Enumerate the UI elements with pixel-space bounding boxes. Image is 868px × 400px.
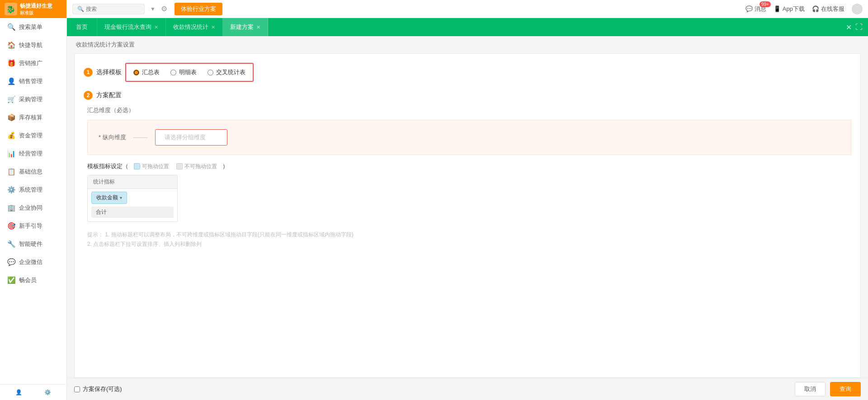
tab-actions: ✕ ⛶ [840,23,868,32]
search-icon: 🔍 [77,6,84,12]
tab-label-new-plan: 新建方案 [230,23,254,31]
user-avatar[interactable] [852,4,863,14]
template-label-summary: 汇总表 [142,68,160,76]
sidebar-item-finance[interactable]: 💰资金管理 [0,127,66,145]
template-label-detail: 明细表 [179,68,197,76]
draggable-label: 可拖动位置 [142,163,169,170]
topbar-gear-icon[interactable]: ⚙ [161,5,167,13]
step1-title: 选择模板 [96,68,122,76]
topbar: 🔍 ▼ ⚙ 体验行业方案 💬 消息 99+ 📱 App下载 🎧 在线客服 [67,0,868,18]
system-icon: ⚙️ [7,186,15,194]
app-download-link[interactable]: 📱 App下载 [774,5,805,13]
main-card: 1 选择模板 汇总表 明细表 交叉统计表 [74,53,861,378]
tab-close-new-plan[interactable]: ✕ [256,24,260,30]
message-icon: 💬 [745,5,753,12]
tab-receipt-stats[interactable]: 收款情况统计 ✕ [166,18,223,36]
template-option-detail[interactable]: 明细表 [170,68,197,76]
tab-close-receipt-stats[interactable]: ✕ [211,24,215,30]
sidebar-item-base-info[interactable]: 📋基础信息 [0,163,66,181]
sidebar-item-guide[interactable]: 🎯新手引导 [0,217,66,235]
search-menu-icon: 🔍 [7,23,15,31]
template-option-crosstab[interactable]: 交叉统计表 [208,68,245,76]
topbar-dropdown-icon[interactable]: ▼ [150,6,156,12]
inventory-icon: 📦 [7,113,15,122]
sidebar-label-system: 系统管理 [19,186,42,194]
notifications-badge[interactable]: 💬 消息 99+ [745,5,766,13]
sidebar-settings-icon[interactable]: ⚙️ [33,389,62,395]
sidebar-label-enterprise: 企业协同 [19,204,42,212]
hint-1: 提示： 1. 拖动标题栏可以调整布局，不可跨维度或指标区域拖动目字段(只能在同一… [87,231,851,239]
finance-icon: 💰 [7,132,15,140]
template-option-summary[interactable]: 汇总表 [133,68,160,76]
page-content: 收款情况统计方案设置 1 选择模板 汇总表 明细表 [67,36,868,400]
sidebar-item-smart-hw[interactable]: 🔧智能硬件 [0,235,66,253]
query-button[interactable]: 查询 [830,382,861,396]
quick-nav-icon: 🏠 [7,41,15,49]
dimension-row: * 纵向维度 —— 请选择分组维度 [99,129,840,146]
tab-label-receipt-stats: 收款情况统计 [173,23,208,31]
online-service-label: 在线客服 [821,5,844,13]
step2-section: 2 方案配置 汇总维度（必选） * 纵向维度 —— 请选择分组维度 [84,91,851,248]
tab-close-cash-flow[interactable]: ✕ [154,24,158,30]
indicator-tag-amount[interactable]: 收款金额 ▾ [91,192,127,204]
purchase-icon: 🛒 [7,95,15,104]
save-option-label[interactable]: 方案保存(可选) [74,385,122,393]
dimension-section-label: 汇总维度（必选） [87,106,851,114]
sidebar-item-quick-nav[interactable]: 🏠快捷导航 [0,36,66,54]
notifications-count: 99+ [760,1,771,7]
sidebar-item-operations[interactable]: 📊经营管理 [0,145,66,163]
maximize-icon[interactable]: ⛶ [855,23,863,31]
cancel-button[interactable]: 取消 [795,382,826,396]
sidebar-item-enterprise[interactable]: 🏢企业协同 [0,199,66,217]
topbar-search-box[interactable]: 🔍 [72,4,145,14]
indicator-settings-label: 模板指标设定（ [87,162,128,170]
tab-home[interactable]: 首页 [67,18,97,36]
close-window-icon[interactable]: ✕ [846,23,852,32]
sidebar-label-weixin: 企业微信 [19,258,42,266]
logo-icon: 🐉 [5,3,17,15]
sidebar-label-base-info: 基础信息 [19,168,42,176]
marketing-icon: 🎁 [7,59,15,67]
template-radio-detail[interactable] [170,70,176,75]
weixin-icon: 💬 [7,258,15,266]
app-icon: 📱 [774,5,781,12]
sidebar-item-sales[interactable]: 👤销售管理 [0,72,66,90]
indicator-settings: 模板指标设定（ 可拖动位置 不可拖动位置 [87,162,851,222]
sidebar-label-smart-hw: 智能硬件 [19,240,42,248]
sidebar-label-search-menu: 搜索菜单 [19,23,42,31]
tab-new-plan[interactable]: 新建方案 ✕ [223,18,268,36]
breadcrumb: 收款情况统计方案设置 [67,36,868,53]
sidebar-user-icon[interactable]: 👤 [5,389,33,395]
indicator-tag-label: 收款金额 [96,194,118,202]
draggable-legend: 可拖动位置 [134,163,169,170]
sidebar-item-marketing[interactable]: 🎁营销推广 [0,54,66,72]
indicator-subtag-total: 合计 [91,207,174,218]
vertical-dimension-label: * 纵向维度 [99,133,126,141]
indicator-area: 统计指标 收款金额 ▾ 合计 [87,175,178,222]
sidebar-item-member[interactable]: ✅畅会员 [0,271,66,289]
template-radio-crosstab[interactable] [208,70,213,75]
dimension-select[interactable]: 请选择分组维度 [155,129,227,146]
sidebar-item-weixin[interactable]: 💬企业微信 [0,253,66,271]
sidebar-logo: 🐉 畅捷通好生意 标准版 [0,0,66,18]
save-checkbox[interactable] [74,386,80,392]
sidebar-label-inventory: 库存核算 [19,113,42,122]
base-info-icon: 📋 [7,168,15,176]
sidebar-item-purchase[interactable]: 🛒采购管理 [0,90,66,108]
sidebar-label-marketing: 营销推广 [19,59,42,67]
online-service-link[interactable]: 🎧 在线客服 [812,5,844,13]
sidebar-label-operations: 经营管理 [19,150,42,158]
tab-cash-flow[interactable]: 现金银行流水查询 ✕ [97,18,166,36]
step1-num: 1 [84,68,93,77]
smart-hw-icon: 🔧 [7,240,15,248]
indicator-legend: 可拖动位置 不可拖动位置 [134,163,217,170]
search-input[interactable] [86,6,140,12]
template-radio-summary[interactable] [133,70,139,75]
sidebar-item-system[interactable]: ⚙️系统管理 [0,181,66,199]
main-area: 🔍 ▼ ⚙ 体验行业方案 💬 消息 99+ 📱 App下载 🎧 在线客服 首页现… [67,0,868,400]
draggable-box-icon [134,163,140,169]
trial-button[interactable]: 体验行业方案 [175,3,222,15]
sales-icon: 👤 [7,77,15,85]
sidebar-item-search-menu[interactable]: 🔍搜索菜单 [0,18,66,36]
sidebar-item-inventory[interactable]: 📦库存核算 [0,108,66,127]
